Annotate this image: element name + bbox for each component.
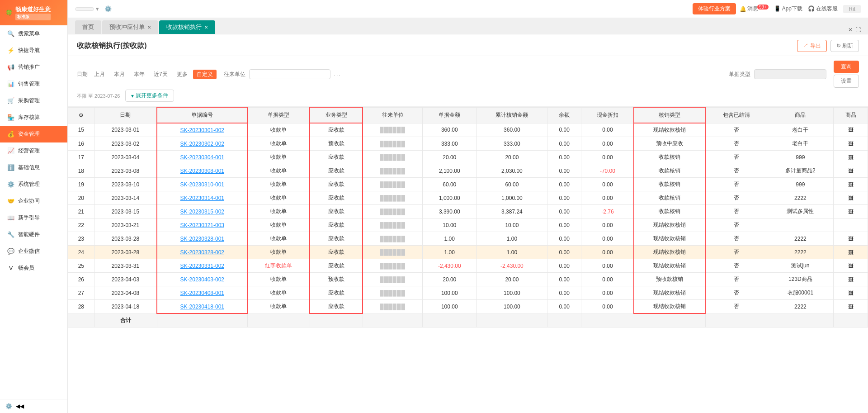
col-discount[interactable]: 现金折扣: [581, 107, 634, 123]
notification-area[interactable]: 🔔 消息 99+: [740, 5, 769, 13]
col-goods-img[interactable]: 商品: [834, 107, 868, 123]
col-sn[interactable]: 单据编号: [157, 107, 247, 123]
cell-sn[interactable]: SK-20230418-001: [157, 300, 247, 314]
table-container: ⚙ 日期 单据编号 单据类型 业务类型 往来单位 单据金额 累计核销金额 余额 …: [68, 107, 868, 413]
doctype-select[interactable]: [754, 69, 826, 79]
online-service[interactable]: 🎧 在线客服: [808, 5, 838, 13]
tab-maximize[interactable]: ⛶: [855, 27, 861, 33]
date-opt-last-month[interactable]: 上月: [90, 70, 108, 79]
tabs-bar: 首页 预收冲应付单 ✕ 收款核销执行 ✕ ✕ ⛶: [68, 18, 868, 34]
dropdown-icon[interactable]: ▾: [96, 5, 99, 12]
col-doctype[interactable]: 单据类型: [247, 107, 310, 123]
sidebar-item-purchase[interactable]: 🛒 采购管理: [0, 92, 67, 109]
cell-amount: 1.00: [422, 232, 476, 246]
tab-collection[interactable]: 收款核销执行 ✕: [159, 20, 215, 34]
sn-link[interactable]: SK-20230310-001: [180, 181, 224, 188]
col-accum[interactable]: 累计核销金额: [476, 107, 547, 123]
sn-link[interactable]: SK-20230314-001: [180, 195, 224, 201]
export-btn[interactable]: ↗ 导出: [797, 40, 826, 52]
setting-btn[interactable]: 设置: [834, 75, 859, 88]
date-opt-this-year[interactable]: 本年: [130, 70, 148, 79]
cell-sn[interactable]: SK-20230328-001: [157, 232, 247, 246]
tab-close-all[interactable]: ✕: [848, 27, 853, 33]
tab-prepay-close[interactable]: ✕: [147, 25, 151, 30]
cell-sn[interactable]: SK-20230302-002: [157, 137, 247, 151]
user-avatar[interactable]: Rit: [843, 5, 861, 13]
cell-partner: ██████: [363, 164, 422, 178]
refresh-btn[interactable]: ↻ 刷新: [830, 40, 859, 52]
sidebar-item-system[interactable]: ⚙️ 系统管理: [0, 176, 67, 193]
sidebar-item-finance[interactable]: 💰 资金管理: [0, 126, 67, 142]
sidebar-item-sales[interactable]: 📊 销售管理: [0, 76, 67, 92]
sn-link[interactable]: SK-20230301-002: [180, 127, 224, 133]
tab-collection-close[interactable]: ✕: [204, 25, 208, 30]
query-btn[interactable]: 查询: [834, 61, 859, 73]
date-opt-7days[interactable]: 近7天: [150, 70, 171, 79]
cell-discount: 0.00: [581, 123, 634, 137]
col-included[interactable]: 包含已结清: [705, 107, 767, 123]
sidebar-item-basic[interactable]: ℹ️ 基础信息: [0, 159, 67, 176]
sn-link[interactable]: SK-20230302-002: [180, 141, 224, 147]
sn-link[interactable]: SK-20230331-002: [180, 263, 224, 269]
sidebar-item-wechat[interactable]: 💬 企业微信: [0, 243, 67, 260]
cell-sn[interactable]: SK-20230328-002: [157, 246, 247, 259]
date-opt-more[interactable]: 更多: [173, 70, 191, 79]
footer-label: 合计: [94, 313, 157, 327]
cell-date: 2023-03-15: [94, 205, 157, 218]
cell-sn[interactable]: SK-20230321-003: [157, 218, 247, 232]
cell-sn[interactable]: SK-20230304-001: [157, 151, 247, 164]
app-logo: 🍀 畅康道好生意 标准版: [0, 0, 67, 25]
gear-icon[interactable]: ⚙️: [104, 5, 112, 12]
sn-link[interactable]: SK-20230304-001: [180, 154, 224, 161]
sn-link[interactable]: SK-20230321-003: [180, 222, 224, 228]
sidebar-item-marketing[interactable]: 📢 营销推广: [0, 59, 67, 76]
cell-biztype: 应收款: [310, 164, 363, 178]
col-balance[interactable]: 余额: [547, 107, 581, 123]
cell-sn[interactable]: SK-20230308-001: [157, 164, 247, 178]
expand-more-btn[interactable]: ▾ 展开更多条件: [125, 90, 174, 102]
sn-link[interactable]: SK-20230328-001: [180, 236, 224, 242]
cell-accum: 20.00: [476, 151, 547, 164]
col-hxtype[interactable]: 核销类型: [634, 107, 705, 123]
tab-home[interactable]: 首页: [75, 20, 101, 34]
sn-link[interactable]: SK-20230315-002: [180, 209, 224, 215]
sidebar-item-hardware[interactable]: 🔧 智能硬件: [0, 226, 67, 243]
sidebar-item-operations[interactable]: 📈 经营管理: [0, 142, 67, 159]
partner-input[interactable]: [249, 69, 330, 79]
cell-date: 2023-03-01: [94, 123, 157, 137]
cell-discount: 0.00: [581, 259, 634, 273]
cell-sn[interactable]: SK-20230310-001: [157, 178, 247, 191]
sidebar-item-collab[interactable]: 🤝 企业协同: [0, 193, 67, 209]
cell-sn[interactable]: SK-20230301-002: [157, 123, 247, 137]
collapse-icon[interactable]: ◀◀: [16, 403, 24, 409]
settings-icon[interactable]: ⚙️: [5, 403, 12, 409]
col-amount[interactable]: 单据金额: [422, 107, 476, 123]
sn-link[interactable]: SK-20230308-001: [180, 168, 224, 174]
sidebar-item-quicknav[interactable]: ⚡ 快捷导航: [0, 42, 67, 59]
sn-link[interactable]: SK-20230403-002: [180, 276, 224, 283]
sidebar-item-guide[interactable]: 📖 新手引导: [0, 209, 67, 226]
cell-sn[interactable]: SK-20230315-002: [157, 205, 247, 218]
sidebar-item-inventory[interactable]: 🏪 库存核算: [0, 109, 67, 126]
col-settings[interactable]: ⚙: [68, 107, 94, 123]
date-opt-custom[interactable]: 自定义: [193, 70, 217, 79]
sn-link[interactable]: SK-20230408-001: [180, 290, 224, 296]
solution-btn[interactable]: 体验行业方案: [693, 3, 736, 14]
col-goods[interactable]: 商品: [767, 107, 834, 123]
col-biztype[interactable]: 业务类型: [310, 107, 363, 123]
cell-sn[interactable]: SK-20230314-001: [157, 191, 247, 205]
cell-goods-img: 🖼: [834, 273, 868, 286]
app-download[interactable]: 📱 App下载: [774, 5, 802, 13]
col-partner[interactable]: 往来单位: [363, 107, 422, 123]
sn-link[interactable]: SK-20230328-002: [180, 249, 224, 256]
sn-link[interactable]: SK-20230418-001: [180, 304, 224, 310]
cell-sn[interactable]: SK-20230408-001: [157, 286, 247, 300]
sidebar-item-member[interactable]: V 畅会员: [0, 260, 67, 276]
cell-goods: 123D商品: [767, 273, 834, 286]
tab-prepay[interactable]: 预收冲应付单 ✕: [102, 20, 158, 34]
col-date[interactable]: 日期: [94, 107, 157, 123]
cell-sn[interactable]: SK-20230331-002: [157, 259, 247, 273]
date-opt-this-month[interactable]: 本月: [110, 70, 128, 79]
sidebar-item-search[interactable]: 🔍 搜索菜单: [0, 25, 67, 42]
cell-sn[interactable]: SK-20230403-002: [157, 273, 247, 286]
